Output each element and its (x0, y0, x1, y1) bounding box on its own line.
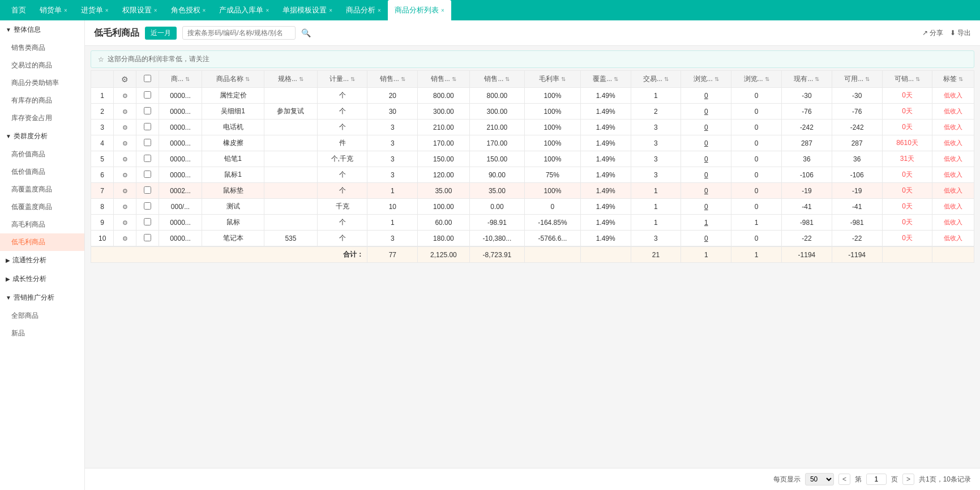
sidebar-item-库存资金占用[interactable]: 库存资金占用 (0, 109, 84, 127)
sidebar-group-营销推广分析[interactable]: ▼营销推广分析 (0, 288, 84, 307)
nav-close-icon[interactable]: × (329, 7, 332, 14)
row-checkbox[interactable] (144, 123, 151, 130)
sort-saleable[interactable]: 可销...⇅ (895, 74, 920, 84)
cell-browse1-link[interactable]: 0 (704, 187, 708, 195)
sidebar-group-类群度分析[interactable]: ▼类群度分析 (0, 127, 84, 146)
sidebar-group-流通性分析[interactable]: ▶流通性分析 (0, 251, 84, 270)
cell-checkbox[interactable] (136, 167, 159, 183)
sidebar-item-销售类商品[interactable]: 销售类商品 (0, 39, 84, 57)
sort-code[interactable]: 商...⇅ (171, 74, 190, 84)
row-checkbox[interactable] (144, 139, 151, 146)
time-filter-button[interactable]: 近一月 (145, 27, 177, 40)
cell-settings[interactable]: ⚙ (114, 120, 136, 135)
nav-item-首页[interactable]: 首页 (5, 0, 33, 20)
cell-settings[interactable]: ⚙ (114, 104, 136, 120)
row-checkbox[interactable] (144, 234, 151, 241)
nav-close-icon[interactable]: × (441, 7, 444, 14)
cell-settings[interactable]: ⚙ (114, 88, 136, 104)
cell-browse1[interactable]: 0 (681, 120, 731, 135)
row-checkbox[interactable] (144, 186, 151, 194)
cell-browse1[interactable]: 0 (681, 135, 731, 151)
sidebar-item-高价值商品[interactable]: 高价值商品 (0, 146, 84, 163)
cell-browse1[interactable]: 0 (681, 183, 731, 199)
cell-browse1[interactable]: 0 (681, 231, 731, 247)
share-button[interactable]: ↗ 分享 (922, 28, 943, 38)
sidebar-item-低价值商品[interactable]: 低价值商品 (0, 163, 84, 181)
prev-page-button[interactable]: < (838, 474, 850, 485)
search-input[interactable] (182, 26, 296, 40)
sort-trade_count[interactable]: 交易...⇅ (643, 74, 669, 84)
row-settings-icon[interactable]: ⚙ (122, 188, 128, 194)
nav-close-icon[interactable]: × (64, 7, 67, 14)
page-number-input[interactable] (866, 474, 887, 485)
cell-checkbox[interactable] (136, 183, 159, 199)
cell-browse1-link[interactable]: 1 (704, 219, 708, 227)
page-size-select[interactable]: 50 100 (805, 473, 834, 485)
nav-item-商品分析[interactable]: 商品分析× (339, 0, 388, 20)
nav-item-商品分析列表[interactable]: 商品分析列表× (388, 0, 451, 20)
row-checkbox[interactable] (144, 155, 151, 162)
search-button[interactable]: 🔍 (301, 28, 311, 37)
cell-browse1-link[interactable]: 0 (704, 123, 708, 131)
sort-cover_rate[interactable]: 覆盖...⇅ (593, 74, 618, 84)
row-settings-icon[interactable]: ⚙ (122, 219, 128, 226)
cell-checkbox[interactable] (136, 215, 159, 231)
nav-close-icon[interactable]: × (378, 7, 381, 14)
sidebar-group-成长性分析[interactable]: ▶成长性分析 (0, 270, 84, 288)
cell-browse1[interactable]: 0 (681, 199, 731, 215)
cell-settings[interactable]: ⚙ (114, 135, 136, 151)
cell-checkbox[interactable] (136, 88, 159, 104)
cell-browse1-link[interactable]: 0 (704, 92, 708, 100)
sort-tag[interactable]: 标签⇅ (943, 74, 963, 84)
cell-browse1[interactable]: 0 (681, 151, 731, 167)
cell-settings[interactable]: ⚙ (114, 215, 136, 231)
sidebar-item-高覆盖度商品[interactable]: 高覆盖度商品 (0, 181, 84, 198)
sort-browse1[interactable]: 浏览...⇅ (694, 74, 719, 84)
nav-item-销货单[interactable]: 销货单× (33, 0, 74, 20)
cell-browse1-link[interactable]: 0 (704, 203, 708, 211)
row-settings-icon[interactable]: ⚙ (122, 140, 128, 147)
sort-current_stock[interactable]: 现有...⇅ (794, 74, 819, 84)
cell-browse1[interactable]: 0 (681, 88, 731, 104)
cell-settings[interactable]: ⚙ (114, 151, 136, 167)
sort-name[interactable]: 商品名称⇅ (216, 74, 250, 84)
row-settings-icon[interactable]: ⚙ (122, 172, 128, 178)
nav-close-icon[interactable]: × (154, 7, 157, 14)
nav-close-icon[interactable]: × (105, 7, 109, 14)
row-checkbox[interactable] (144, 218, 151, 225)
sort-gross_rate[interactable]: 毛利率⇅ (539, 74, 566, 84)
sort-sales_price[interactable]: 销售...⇅ (431, 74, 456, 84)
sidebar-item-低覆盖度商品[interactable]: 低覆盖度商品 (0, 198, 84, 216)
nav-item-产成品入库单[interactable]: 产成品入库单× (212, 0, 276, 20)
col-header-settings[interactable]: ⚙ (114, 71, 136, 88)
row-settings-icon[interactable]: ⚙ (122, 156, 128, 163)
sidebar-item-交易过的商品[interactable]: 交易过的商品 (0, 57, 84, 74)
cell-settings[interactable]: ⚙ (114, 183, 136, 199)
col-header-checkbox[interactable] (136, 71, 159, 88)
row-checkbox[interactable] (144, 202, 151, 210)
settings-icon[interactable]: ⚙ (121, 75, 129, 84)
cell-checkbox[interactable] (136, 135, 159, 151)
cell-settings[interactable]: ⚙ (114, 167, 136, 183)
nav-close-icon[interactable]: × (266, 7, 269, 14)
cell-browse1-link[interactable]: 0 (704, 171, 708, 179)
row-checkbox[interactable] (144, 171, 151, 178)
cell-settings[interactable]: ⚙ (114, 231, 136, 247)
cell-checkbox[interactable] (136, 104, 159, 120)
cell-browse1-link[interactable]: 0 (704, 139, 708, 147)
nav-item-角色授权[interactable]: 角色授权× (164, 0, 213, 20)
nav-item-权限设置[interactable]: 权限设置× (115, 0, 164, 20)
export-button[interactable]: ⬇ 导出 (950, 28, 971, 38)
next-page-button[interactable]: > (902, 474, 914, 485)
sidebar-item-低毛利商品[interactable]: 低毛利商品 (0, 233, 84, 251)
cell-checkbox[interactable] (136, 231, 159, 247)
sort-spec[interactable]: 规格...⇅ (278, 74, 303, 84)
nav-close-icon[interactable]: × (203, 7, 206, 14)
sort-unit[interactable]: 计量...⇅ (329, 74, 355, 84)
row-settings-icon[interactable]: ⚙ (122, 108, 128, 115)
row-settings-icon[interactable]: ⚙ (122, 235, 128, 242)
sidebar-item-高毛利商品[interactable]: 高毛利商品 (0, 216, 84, 233)
cell-browse1-link[interactable]: 0 (704, 155, 708, 163)
sidebar-item-有库存的商品[interactable]: 有库存的商品 (0, 92, 84, 109)
sort-browse2[interactable]: 浏览...⇅ (744, 74, 769, 84)
